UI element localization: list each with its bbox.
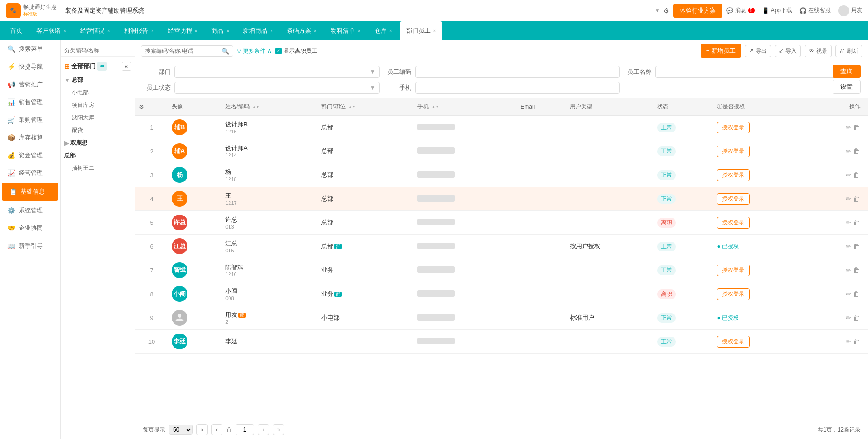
edit-btn[interactable]: ✏ xyxy=(846,147,851,155)
edit-btn[interactable]: ✏ xyxy=(846,124,851,131)
edit-btn[interactable]: ✏ xyxy=(846,314,851,321)
edit-btn[interactable]: ✏ xyxy=(846,290,851,298)
tab-close-dept[interactable]: × xyxy=(433,28,436,34)
tab-business[interactable]: 经营情况 × xyxy=(74,21,117,40)
auth-login-btn[interactable]: 授权登录 xyxy=(717,217,750,229)
message-btn[interactable]: 💬 消息 5 xyxy=(726,7,755,14)
tab-close-history[interactable]: × xyxy=(195,28,198,34)
col-name[interactable]: 姓名/编码 ▲▼ xyxy=(222,98,318,116)
next-page-btn[interactable]: › xyxy=(258,424,269,435)
dept-collapse-btn[interactable]: « xyxy=(122,62,131,71)
auth-login-btn[interactable]: 授权登录 xyxy=(717,122,750,133)
delete-btn[interactable]: 🗑 xyxy=(853,195,860,202)
all-dept-label[interactable]: 全部部门 xyxy=(71,62,96,70)
search-icon[interactable]: 🔍 xyxy=(222,48,229,55)
dept-search-input[interactable] xyxy=(64,47,134,54)
auth-login-btn[interactable]: 授权登录 xyxy=(717,265,750,276)
tab-warehouse[interactable]: 仓库 × xyxy=(368,21,399,40)
edit-btn[interactable]: ✏ xyxy=(846,338,851,345)
col-settings[interactable]: ⚙ xyxy=(135,98,168,116)
add-employee-btn[interactable]: + 新增员工 xyxy=(701,44,741,58)
set-btn[interactable]: 设置 xyxy=(833,80,861,94)
auth-login-btn[interactable]: 授权登录 xyxy=(717,288,750,300)
auth-login-btn[interactable]: 授权登录 xyxy=(717,336,750,348)
sidebar-item-system[interactable]: ⚙️ 系统管理 xyxy=(0,202,60,219)
tab-close-profit[interactable]: × xyxy=(151,28,154,34)
col-phone[interactable]: 手机 ▲▼ xyxy=(414,98,517,116)
settings-icon[interactable]: ⚙ xyxy=(663,7,669,14)
dept-item-insert-tree[interactable]: 插树王二 xyxy=(61,162,135,174)
delete-btn[interactable]: 🗑 xyxy=(853,124,860,131)
user-btn[interactable]: 用友 xyxy=(838,5,862,16)
dept-group-shuangluxiang[interactable]: ▶ 双鹿想 xyxy=(61,137,135,149)
dept-item-project[interactable]: 项目库房 xyxy=(61,99,135,111)
sidebar-item-basic[interactable]: 📋 基础信息 xyxy=(2,183,58,201)
tab-close-customer[interactable]: × xyxy=(63,28,66,34)
search-input[interactable] xyxy=(145,48,220,54)
system-title-dropdown[interactable]: ▼ xyxy=(655,8,660,13)
delete-btn[interactable]: 🗑 xyxy=(853,290,860,298)
show-resigned-checkbox[interactable]: ✓ xyxy=(275,48,282,54)
tab-profit[interactable]: 利润报告 × xyxy=(118,21,160,40)
filter-phone-input[interactable] xyxy=(415,82,620,94)
filter-empname-input[interactable] xyxy=(655,66,861,78)
sidebar-item-guide[interactable]: 📖 新手引导 xyxy=(0,237,60,255)
col-dept[interactable]: 部门/职位 ▲▼ xyxy=(318,98,414,116)
filter-status-select[interactable]: ▼ xyxy=(174,82,380,94)
sidebar-item-marketing[interactable]: 📢 营销推广 xyxy=(0,76,60,93)
auth-login-btn[interactable]: 授权登录 xyxy=(717,193,750,205)
tab-goods[interactable]: 商品 × xyxy=(205,21,236,40)
tab-close-barcode[interactable]: × xyxy=(314,28,317,34)
per-page-select[interactable]: 50 100 xyxy=(169,425,193,435)
dept-item-shenyang[interactable]: 沈阳大库 xyxy=(61,111,135,124)
delete-btn[interactable]: 🗑 xyxy=(853,219,860,226)
sidebar-item-quick[interactable]: ⚡ 快捷导航 xyxy=(0,58,60,76)
last-page-btn[interactable]: » xyxy=(273,424,284,435)
tab-dept-employee[interactable]: 部门员工 × xyxy=(400,21,443,40)
delete-btn[interactable]: 🗑 xyxy=(853,171,860,179)
sidebar-item-finance[interactable]: 💰 资金管理 xyxy=(0,146,60,164)
edit-btn[interactable]: ✏ xyxy=(846,266,851,274)
dept-item-small-elec[interactable]: 小电部 xyxy=(61,86,135,99)
sidebar-item-operations[interactable]: 📈 经营管理 xyxy=(0,164,60,182)
tab-barcode[interactable]: 条码方案 × xyxy=(280,21,323,40)
sidebar-item-search[interactable]: 🔍 搜索菜单 xyxy=(0,40,60,58)
tab-bom[interactable]: 物料清单 × xyxy=(324,21,367,40)
sidebar-item-collab[interactable]: 🤝 企业协同 xyxy=(0,219,60,237)
export-btn[interactable]: ↗ 导出 xyxy=(745,45,771,57)
sidebar-item-sales[interactable]: 📊 销售管理 xyxy=(0,93,60,111)
tab-customer[interactable]: 客户联络 × xyxy=(30,21,73,40)
tab-history[interactable]: 经营历程 × xyxy=(161,21,204,40)
delete-btn[interactable]: 🗑 xyxy=(853,243,860,250)
delete-btn[interactable]: 🗑 xyxy=(853,338,860,345)
sidebar-item-purchase[interactable]: 🛒 采购管理 xyxy=(0,111,60,129)
filter-empcode-input[interactable] xyxy=(415,66,620,78)
view-btn[interactable]: 👁 视景 xyxy=(805,45,832,57)
delete-btn[interactable]: 🗑 xyxy=(853,314,860,321)
more-filter-btn[interactable]: ▽ 更多条件 ∧ xyxy=(237,47,271,55)
query-btn[interactable]: 查询 xyxy=(833,65,861,78)
edit-btn[interactable]: ✏ xyxy=(846,195,851,202)
tab-close-business[interactable]: × xyxy=(107,28,110,34)
tab-close-bom[interactable]: × xyxy=(358,28,361,34)
print-btn[interactable]: 🖨 刷新 xyxy=(835,45,862,57)
tab-add-goods[interactable]: 新增商品 × xyxy=(236,21,279,40)
page-number-input[interactable] xyxy=(236,424,254,435)
tab-close-warehouse[interactable]: × xyxy=(389,28,392,34)
tab-home[interactable]: 首页 xyxy=(4,21,29,40)
tab-close-add-goods[interactable]: × xyxy=(270,28,273,34)
auth-login-btn[interactable]: 授权登录 xyxy=(717,146,750,157)
dept-item-delivery[interactable]: 配货 xyxy=(61,124,135,137)
auth-login-btn[interactable]: 授权登录 xyxy=(717,169,750,181)
sidebar-item-inventory[interactable]: 📦 库存核算 xyxy=(0,129,60,146)
edit-btn[interactable]: ✏ xyxy=(846,243,851,250)
import-btn[interactable]: ↙ 导入 xyxy=(775,45,801,57)
online-service-btn[interactable]: 🎧 在线客服 xyxy=(799,7,831,14)
app-download-btn[interactable]: 📱 App下载 xyxy=(762,7,792,14)
dept-edit-btn[interactable]: ✏ xyxy=(97,62,107,71)
edit-btn[interactable]: ✏ xyxy=(846,219,851,226)
first-page-btn[interactable]: « xyxy=(196,424,208,435)
tab-close-goods[interactable]: × xyxy=(226,28,229,34)
delete-btn[interactable]: 🗑 xyxy=(853,266,860,274)
delete-btn[interactable]: 🗑 xyxy=(853,147,860,155)
